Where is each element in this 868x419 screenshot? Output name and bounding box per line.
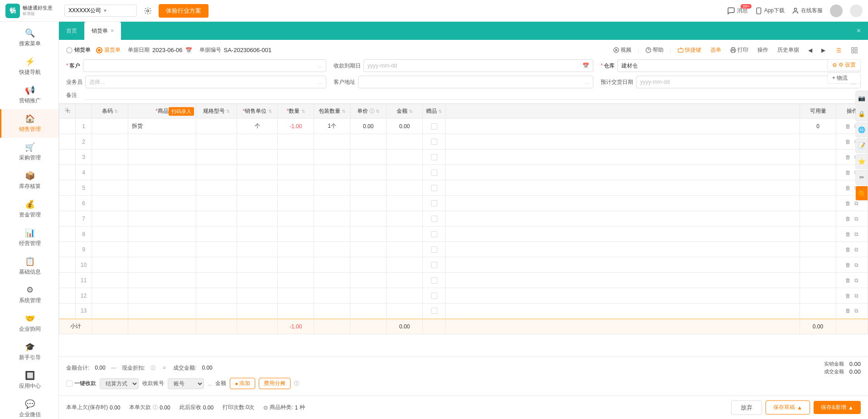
td-qty[interactable]	[278, 242, 314, 257]
td-qty[interactable]	[278, 288, 314, 303]
avatar[interactable]	[830, 5, 843, 17]
td-barcode[interactable]	[92, 242, 128, 257]
td-spec[interactable]	[196, 242, 237, 257]
customer-addr-input[interactable]: ...	[358, 76, 594, 88]
gift-checkbox[interactable]	[431, 154, 437, 160]
message-btn[interactable]: 消息 99+	[727, 7, 748, 15]
select-btn[interactable]: 选单	[708, 45, 724, 55]
td-product[interactable]	[128, 303, 196, 319]
td-product[interactable]	[128, 257, 196, 273]
tab-home[interactable]: 首页	[59, 22, 84, 40]
td-gift[interactable]	[423, 149, 446, 165]
gift-checkbox[interactable]	[431, 216, 437, 222]
float-edit-btn[interactable]: 📝	[855, 138, 868, 153]
td-spec[interactable]	[196, 257, 237, 273]
sidebar-item-appstore[interactable]: 🔲 应用中心	[0, 366, 58, 395]
scan-btn[interactable]: 扫码录入	[169, 107, 194, 116]
print-btn[interactable]: 打印	[727, 45, 751, 55]
td-qty[interactable]	[278, 134, 314, 149]
save-draft-btn[interactable]: 保存草稿 ▲	[766, 400, 810, 414]
td-unit[interactable]	[237, 273, 278, 288]
delete-icon[interactable]: 🗑	[845, 277, 851, 284]
calendar-icon[interactable]: 📅	[185, 47, 192, 53]
delete-icon[interactable]: 🗑	[845, 293, 851, 299]
td-barcode[interactable]	[92, 165, 128, 180]
gift-checkbox[interactable]	[431, 185, 437, 191]
delete-icon[interactable]: 🗑	[845, 154, 851, 160]
td-product[interactable]	[128, 180, 196, 196]
trial-btn[interactable]: 体验行业方案	[159, 4, 209, 18]
payment-checkbox[interactable]: 一键收款	[66, 380, 96, 387]
td-amount[interactable]	[387, 273, 423, 288]
td-qty[interactable]	[278, 257, 314, 273]
sidebar-item-guide[interactable]: 🎓 新手引导	[0, 337, 58, 366]
sidebar-item-management[interactable]: 📊 经营管理	[0, 223, 58, 252]
delete-icon[interactable]: 🗑	[845, 123, 851, 130]
settings-icon-btn[interactable]	[141, 4, 155, 18]
app-download-btn[interactable]: App下载	[755, 7, 785, 14]
td-spec[interactable]	[196, 165, 237, 180]
warehouse-input[interactable]: 建材仓 ...	[617, 59, 861, 72]
td-gift[interactable]	[423, 303, 446, 319]
nav-prev-btn[interactable]: ◀	[805, 46, 815, 54]
td-pkg-qty[interactable]	[314, 196, 350, 211]
td-spec[interactable]	[196, 273, 237, 288]
td-gift[interactable]	[423, 257, 446, 273]
td-pkg-qty[interactable]: 1个	[314, 119, 350, 134]
td-qty[interactable]	[278, 273, 314, 288]
help-btn[interactable]: 帮助	[643, 45, 666, 55]
radio-return-order[interactable]: 退货单	[96, 46, 121, 54]
window-close-icon[interactable]: ×	[853, 27, 864, 35]
td-barcode[interactable]	[92, 226, 128, 242]
td-spec[interactable]	[196, 211, 237, 226]
td-gift[interactable]	[423, 196, 446, 211]
td-barcode[interactable]	[92, 149, 128, 165]
td-product[interactable]	[128, 134, 196, 149]
td-pkg-qty[interactable]	[314, 211, 350, 226]
copy-icon[interactable]: ⧉	[854, 231, 858, 237]
td-unit[interactable]	[237, 165, 278, 180]
td-unit[interactable]	[237, 288, 278, 303]
service-btn[interactable]: 在线客服	[792, 7, 823, 14]
float-star-btn[interactable]: ⭐	[855, 154, 868, 169]
td-unit[interactable]	[237, 196, 278, 211]
sidebar-item-finance[interactable]: 💰 资金管理	[0, 195, 58, 223]
td-barcode[interactable]	[92, 134, 128, 149]
salesman-input[interactable]: 选择... ...	[85, 76, 326, 88]
float-orange-btn[interactable]: 🟠	[855, 186, 868, 201]
logistics-btn[interactable]: + 物流	[827, 72, 861, 84]
td-pkg-qty[interactable]	[314, 149, 350, 165]
delete-icon[interactable]: 🗑	[845, 246, 851, 253]
gift-checkbox[interactable]	[431, 200, 437, 207]
gift-checkbox[interactable]	[431, 293, 437, 299]
td-amount[interactable]	[387, 226, 423, 242]
td-price[interactable]	[350, 196, 387, 211]
td-gift[interactable]	[423, 273, 446, 288]
td-qty[interactable]	[278, 180, 314, 196]
sidebar-item-basic[interactable]: 📋 基础信息	[0, 252, 58, 280]
gift-checkbox[interactable]	[431, 123, 437, 130]
history-btn[interactable]: 历史单据	[775, 45, 802, 55]
sidebar-item-marketing[interactable]: 📢 营销推广	[0, 81, 58, 109]
gift-checkbox[interactable]	[431, 277, 437, 284]
settings-btn[interactable]: ⚙ ⚙ 设置	[827, 59, 861, 71]
gift-checkbox[interactable]	[431, 246, 437, 253]
tab-close-icon[interactable]: ×	[111, 28, 114, 34]
td-product[interactable]	[128, 211, 196, 226]
td-amount[interactable]	[387, 211, 423, 226]
td-product[interactable]	[128, 149, 196, 165]
shortcut-btn[interactable]: 快捷键	[675, 45, 704, 55]
float-camera-btn[interactable]: 📷	[855, 91, 868, 106]
td-gift[interactable]	[423, 242, 446, 257]
td-barcode[interactable]	[92, 196, 128, 211]
td-unit[interactable]: 个	[237, 119, 278, 134]
delete-icon[interactable]: 🗑	[845, 308, 851, 314]
td-qty[interactable]: -1.00	[278, 119, 314, 134]
gift-checkbox[interactable]	[431, 169, 437, 176]
td-price[interactable]	[350, 134, 387, 149]
td-amount[interactable]	[387, 288, 423, 303]
td-amount[interactable]	[387, 165, 423, 180]
gift-checkbox[interactable]	[431, 262, 437, 268]
delete-icon[interactable]: 🗑	[845, 216, 851, 222]
td-amount[interactable]	[387, 180, 423, 196]
